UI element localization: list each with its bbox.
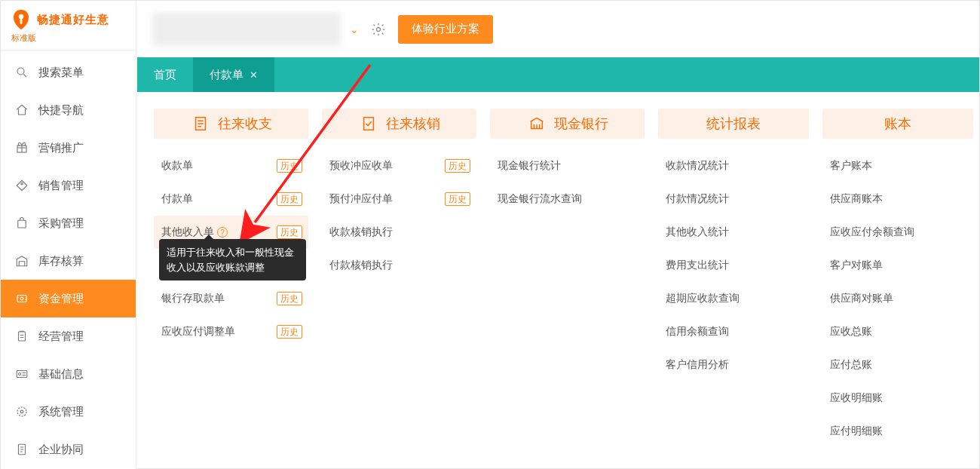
menu-list: 收款情况统计付款情况统计其他收入统计费用支出统计超期应收款查询信用余额查询客户信… [658,149,809,382]
svg-point-10 [19,373,21,376]
svg-point-11 [17,407,26,416]
topbar: ⌄ 体验行业方案 [137,1,979,57]
menu-item-0-1[interactable]: 付款单历史 [154,182,308,216]
menu-item-label: 客户账本 [830,159,872,173]
sidebar-item-label: 销售管理 [38,179,84,193]
tab-0[interactable]: 首页 [137,57,193,92]
sidebar-item-4[interactable]: 采购管理 [1,204,136,242]
history-tag[interactable]: 历史 [277,159,302,173]
sidebar-item-9[interactable]: 系统管理 [1,393,136,431]
tabs-bar: 首页付款单✕ [137,57,979,92]
sidebar-item-label: 快捷导航 [38,103,84,118]
menu-item-4-2[interactable]: 应收应付余额查询 [822,216,973,249]
menu-item-1-1[interactable]: 预付冲应付单历史 [322,182,476,216]
svg-rect-16 [363,118,373,130]
menu-item-label: 信用余额查询 [666,325,729,339]
menu-item-4-4[interactable]: 供应商对账单 [822,282,973,315]
search-icon [14,66,29,79]
brand-logo-icon [11,8,31,31]
menu-item-label: 超期应收款查询 [666,292,740,305]
sidebar-item-5[interactable]: 库存核算 [1,242,136,280]
history-tag[interactable]: 历史 [277,325,302,339]
sidebar-item-label: 经营管理 [38,330,84,344]
menu-item-0-4[interactable]: 银行存取款单历史 [154,282,308,315]
sidebar-item-label: 采购管理 [38,216,84,231]
menu-item-0-0[interactable]: 收款单历史 [154,149,308,182]
sidebar-item-label: 资金管理 [38,292,84,306]
column-header: 往来收支 [154,109,308,139]
menu-item-1-3[interactable]: 付款核销执行 [322,249,476,282]
sidebar-item-label: 营销推广 [38,141,84,155]
menu-item-4-8[interactable]: 应付明细账 [822,415,973,448]
svg-point-4 [21,183,23,185]
doc-icon [14,443,29,456]
menu-item-4-3[interactable]: 客户对账单 [822,249,973,282]
menu-column-4: 账本客户账本供应商账本应收应付余额查询客户对账单供应商对账单应收总账应付总账应收… [822,109,973,448]
history-tag[interactable]: 历史 [277,192,302,206]
sidebar-item-8[interactable]: 基础信息 [1,355,136,393]
brand-title: 畅捷通好生意 [37,13,109,27]
menu-item-4-5[interactable]: 应收总账 [822,315,973,348]
history-tag[interactable]: 历史 [277,225,302,239]
menu-item-label: 应收应付余额查询 [830,225,914,239]
menu-item-3-2[interactable]: 其他收入统计 [658,216,809,249]
tag-icon [14,179,29,192]
column-title: 往来核销 [386,115,440,133]
menu-column-0: 往来收支收款单历史付款单历史其他收入单?历史费用支出单历史银行存取款单历史应收应… [154,109,308,348]
sidebar-item-6[interactable]: 资金管理 [1,280,136,317]
bag-icon [14,216,29,230]
menu-item-4-7[interactable]: 应收明细账 [822,382,973,415]
experience-button[interactable]: 体验行业方案 [398,15,493,44]
menu-item-2-1[interactable]: 现金银行流水查询 [490,182,645,216]
history-tag[interactable]: 历史 [277,292,302,305]
menu-item-2-0[interactable]: 现金银行统计 [490,149,645,182]
sidebar-item-7[interactable]: 经营管理 [1,317,136,355]
menu-item-4-1[interactable]: 供应商账本 [822,182,973,216]
column-title: 往来收支 [218,115,272,133]
svg-rect-6 [17,296,26,302]
menu-item-label: 应收总账 [830,325,872,339]
menu-item-0-5[interactable]: 应收应付调整单历史 [154,315,308,348]
menu-item-3-4[interactable]: 超期应收款查询 [658,282,809,315]
menu-item-label: 收款单 [161,159,193,173]
menu-item-1-0[interactable]: 预收冲应收单历史 [322,149,476,182]
sidebar-item-0[interactable]: 搜索菜单 [1,54,136,91]
menu-item-label: 其他收入单? [161,225,228,239]
sidebar-item-label: 企业协同 [38,443,84,457]
menu-item-label: 客户对账单 [830,259,883,272]
history-tag[interactable]: 历史 [445,192,470,206]
menu-item-3-1[interactable]: 付款情况统计 [658,182,809,216]
menu-item-label: 供应商账本 [830,192,883,206]
card-icon [14,367,29,381]
history-tag[interactable]: 历史 [445,159,470,173]
gift-icon [14,141,29,155]
column-header: 统计报表 [658,109,809,139]
menu-item-3-3[interactable]: 费用支出统计 [658,249,809,282]
help-tooltip: 适用于往来收入和一般性现金收入以及应收账款调整 [159,239,306,280]
column-title: 账本 [884,115,911,133]
sidebar-nav: 搜索菜单快捷导航营销推广销售管理采购管理库存核算资金管理经营管理基础信息系统管理… [1,54,136,468]
menu-item-3-6[interactable]: 客户信用分析 [658,348,809,382]
company-dropdown-caret-icon[interactable]: ⌄ [350,23,359,35]
settings-gear-icon[interactable] [368,19,389,40]
menu-list: 现金银行统计现金银行流水查询 [490,149,645,216]
menu-item-3-0[interactable]: 收款情况统计 [658,149,809,182]
menu-item-label: 现金银行统计 [498,159,561,173]
bank-icon [527,114,547,133]
menu-item-4-0[interactable]: 客户账本 [822,149,973,182]
menu-item-4-6[interactable]: 应付总账 [822,348,973,382]
sidebar-item-3[interactable]: 销售管理 [1,167,136,204]
sidebar-item-1[interactable]: 快捷导航 [1,91,136,129]
menu-item-label: 其他收入统计 [666,225,729,239]
brand: 畅捷通好生意 [1,1,136,34]
menu-list: 预收冲应收单历史预付冲应付单历史收款核销执行付款核销执行 [322,149,476,282]
menu-item-1-2[interactable]: 收款核销执行 [322,216,476,249]
tab-1[interactable]: 付款单✕ [193,57,274,92]
tab-close-icon[interactable]: ✕ [250,69,258,81]
sidebar-item-10[interactable]: 企业协同 [1,431,136,468]
warehouse-icon [14,254,29,268]
help-icon[interactable]: ? [217,227,228,238]
menu-item-label: 应付总账 [830,358,872,372]
menu-item-3-5[interactable]: 信用余额查询 [658,315,809,348]
sidebar-item-2[interactable]: 营销推广 [1,129,136,167]
